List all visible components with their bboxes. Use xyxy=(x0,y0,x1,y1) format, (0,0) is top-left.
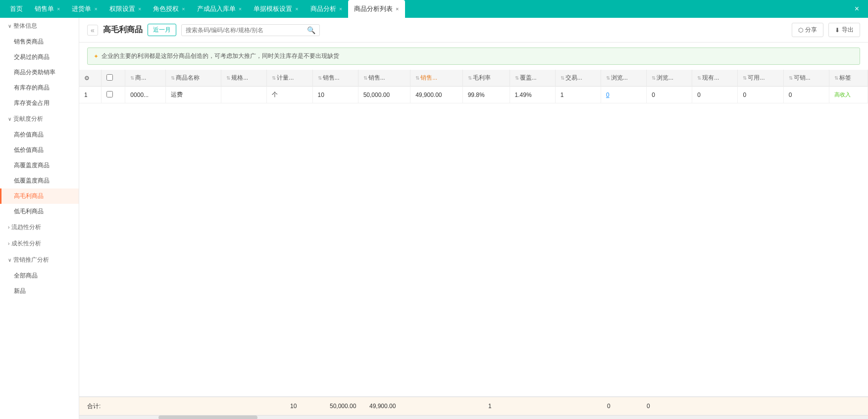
share-button[interactable]: ⬡ 分享 xyxy=(792,23,823,37)
top-navigation: 首页 销售单 × 进货单 × 权限设置 × 角色授权 × 产成品入库单 × 单据… xyxy=(0,0,868,18)
column-transaction[interactable]: ⇅交易... xyxy=(555,70,601,87)
window-close-button[interactable]: × xyxy=(850,4,864,13)
column-browse1[interactable]: ⇅浏览... xyxy=(601,70,646,87)
close-icon[interactable]: × xyxy=(94,6,97,12)
footer-sales-profit: 49,900.00 xyxy=(364,403,404,410)
sidebar-item-traded-products[interactable]: 交易过的商品 xyxy=(0,49,79,65)
cell-coverage: 1.49% xyxy=(510,87,555,103)
sidebar-group-overview[interactable]: ∨ 整体信息 xyxy=(0,18,79,34)
close-icon[interactable]: × xyxy=(339,6,342,12)
cell-checkbox[interactable] xyxy=(102,87,125,103)
close-icon[interactable]: × xyxy=(57,6,60,12)
nav-product-analysis-list[interactable]: 商品分析列表 × xyxy=(348,0,405,18)
search-input[interactable] xyxy=(186,27,305,34)
footer-sales-qty: 10 xyxy=(285,403,325,410)
info-banner: ✦ 企业的主要的利润都是这部分商品创造的，可考虑加大推广，同时关注库存是不要出现… xyxy=(87,47,860,65)
column-coverage[interactable]: ⇅覆盖... xyxy=(510,70,555,87)
table-footer: 合计: 10 50,000.00 49,900.00 1 0 0 xyxy=(79,396,868,415)
column-name[interactable]: ⇅商品名称 xyxy=(166,70,221,87)
content-area: « 高毛利商品 近一月 🔍 ⬡ 分享 ⬇ 导出 ✦ 企业的主要的利润都是这部分商… xyxy=(79,18,868,419)
sidebar-item-high-margin[interactable]: 高毛利商品 xyxy=(0,188,79,204)
column-spec[interactable]: ⇅规格... xyxy=(221,70,267,87)
scrollbar-thumb[interactable] xyxy=(158,416,257,419)
nav-role-auth[interactable]: 角色授权 × xyxy=(147,0,191,18)
footer-sales-amount: 50,000.00 xyxy=(325,403,364,410)
nav-permission-settings[interactable]: 权限设置 × xyxy=(103,0,147,18)
sidebar-item-new-products[interactable]: 新品 xyxy=(0,283,79,299)
chevron-down-icon: ∨ xyxy=(8,116,11,122)
nav-template-settings[interactable]: 单据模板设置 × xyxy=(248,0,304,18)
sidebar-group-marketing[interactable]: ∨ 营销推广分析 xyxy=(0,252,79,268)
sidebar-collapse-button[interactable]: « xyxy=(87,25,98,36)
sidebar-item-high-coverage[interactable]: 高覆盖度商品 xyxy=(0,158,79,173)
sidebar-group-trend[interactable]: › 流趋性分析 xyxy=(0,219,79,235)
main-container: ∨ 整体信息 销售类商品 交易过的商品 商品分类助销率 有库存的商品 库存资金占… xyxy=(0,18,868,419)
footer-transaction: 1 xyxy=(483,403,523,410)
table-body: 1 0000... 运费 个 10 50,000.00 49,900.00 99… xyxy=(79,87,868,103)
cell-browse2: 0 xyxy=(647,87,692,103)
search-wrapper: 🔍 xyxy=(181,24,320,36)
column-current-stock[interactable]: ⇅现有... xyxy=(692,70,738,87)
content-header: « 高毛利商品 近一月 🔍 ⬡ 分享 ⬇ 导出 xyxy=(79,18,868,43)
cell-sales-qty: 10 xyxy=(312,87,358,103)
sidebar-group-growth[interactable]: › 成长性分析 xyxy=(0,235,79,252)
nav-product-analysis[interactable]: 商品分析 × xyxy=(305,0,348,18)
period-button[interactable]: 近一月 xyxy=(148,24,176,36)
column-sellable[interactable]: ⇅可销... xyxy=(783,70,829,87)
row-checkbox[interactable] xyxy=(106,91,113,97)
cell-gross-margin: 99.8% xyxy=(462,87,510,103)
cell-browse1[interactable]: 0 xyxy=(601,87,646,103)
close-icon[interactable]: × xyxy=(396,6,399,12)
product-table: ⚙ ⇅商... ⇅商品名称 ⇅规格... ⇅计量... ⇅销售... ⇅销售..… xyxy=(79,70,868,103)
nav-purchase-order[interactable]: 进货单 × xyxy=(66,0,103,18)
close-icon[interactable]: × xyxy=(295,6,298,12)
column-sales-profit[interactable]: ⇅销售... xyxy=(410,70,462,87)
info-icon: ✦ xyxy=(94,53,99,60)
column-tag[interactable]: ⇅标签 xyxy=(829,70,868,87)
cell-transaction: 1 xyxy=(555,87,601,103)
close-icon[interactable]: × xyxy=(182,6,185,12)
sidebar-item-all-products[interactable]: 全部商品 xyxy=(0,268,79,283)
sidebar-item-low-margin[interactable]: 低毛利商品 xyxy=(0,204,79,219)
column-sales-amount[interactable]: ⇅销售... xyxy=(358,70,410,87)
column-available[interactable]: ⇅可用... xyxy=(738,70,783,87)
cell-current-stock: 0 xyxy=(692,87,738,103)
page-title: 高毛利商品 xyxy=(103,25,143,35)
sidebar: ∨ 整体信息 销售类商品 交易过的商品 商品分类助销率 有库存的商品 库存资金占… xyxy=(0,18,79,419)
column-gross-margin[interactable]: ⇅毛利率 xyxy=(462,70,510,87)
footer-label: 合计: xyxy=(87,402,127,411)
nav-sales-order[interactable]: 销售单 × xyxy=(29,0,66,18)
select-all-checkbox[interactable] xyxy=(106,74,113,81)
cell-unit: 个 xyxy=(267,87,312,103)
sidebar-group-contribution[interactable]: ∨ 贡献度分析 xyxy=(0,111,79,127)
column-code[interactable]: ⇅商... xyxy=(125,70,166,87)
cell-spec xyxy=(221,87,267,103)
sidebar-item-category-assist-rate[interactable]: 商品分类助销率 xyxy=(0,65,79,80)
search-icon[interactable]: 🔍 xyxy=(307,26,315,34)
cell-code: 0000... xyxy=(125,87,166,103)
chevron-right-icon: › xyxy=(8,241,9,246)
close-icon[interactable]: × xyxy=(239,6,242,12)
nav-home[interactable]: 首页 xyxy=(4,0,29,18)
sidebar-item-high-value[interactable]: 高价值商品 xyxy=(0,127,79,142)
column-sales-qty[interactable]: ⇅销售... xyxy=(312,70,358,87)
sidebar-item-low-value[interactable]: 低价值商品 xyxy=(0,142,79,158)
export-icon: ⬇ xyxy=(835,27,840,34)
column-settings[interactable]: ⚙ xyxy=(79,70,102,87)
cell-sales-amount: 50,000.00 xyxy=(358,87,410,103)
sidebar-item-stock-capital[interactable]: 库存资金占用 xyxy=(0,95,79,111)
nav-product-storage[interactable]: 产成品入库单 × xyxy=(191,0,248,18)
sidebar-item-sales-products[interactable]: 销售类商品 xyxy=(0,34,79,49)
cell-index: 1 xyxy=(79,87,102,103)
export-button[interactable]: ⬇ 导出 xyxy=(828,23,860,37)
column-checkbox[interactable] xyxy=(102,70,125,87)
horizontal-scrollbar[interactable] xyxy=(79,415,868,419)
footer-current-stock: 0 xyxy=(602,403,642,410)
column-browse2[interactable]: ⇅浏览... xyxy=(647,70,692,87)
close-icon[interactable]: × xyxy=(138,6,141,12)
sidebar-item-in-stock[interactable]: 有库存的商品 xyxy=(0,80,79,95)
sidebar-item-low-coverage[interactable]: 低覆盖度商品 xyxy=(0,173,79,188)
cell-sales-profit: 49,900.00 xyxy=(410,87,462,103)
chevron-down-icon: ∨ xyxy=(8,257,11,263)
column-unit[interactable]: ⇅计量... xyxy=(267,70,312,87)
